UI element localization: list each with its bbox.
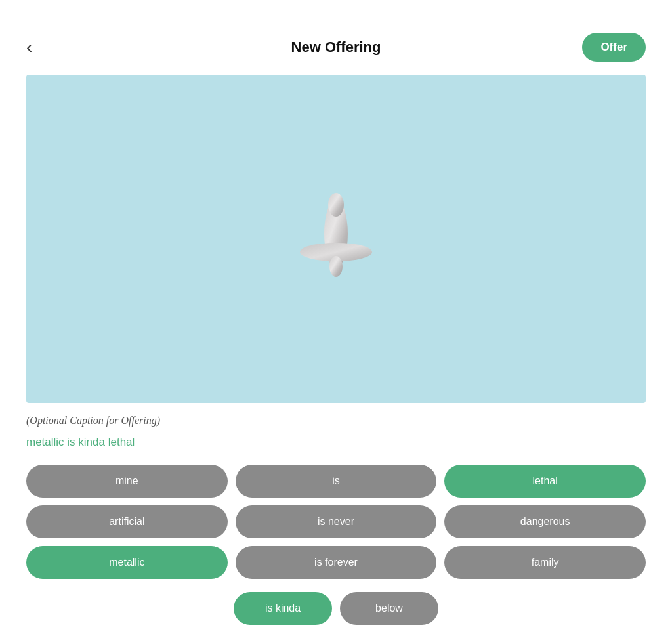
word-chip-dangerous[interactable]: dangerous bbox=[444, 505, 646, 538]
word-chip-family[interactable]: family bbox=[444, 546, 646, 579]
word-grid: mineislethalartificialis neverdangerousm… bbox=[0, 459, 672, 592]
caption-tag: metallic is kinda lethal bbox=[0, 431, 672, 459]
word-chip-mine[interactable]: mine bbox=[26, 465, 228, 498]
word-chip-is-forever[interactable]: is forever bbox=[236, 546, 437, 579]
bottom-chip-below[interactable]: below bbox=[340, 592, 438, 625]
offer-button[interactable]: Offer bbox=[582, 33, 646, 62]
caption-placeholder: (Optional Caption for Offering) bbox=[26, 415, 160, 426]
word-chip-lethal[interactable]: lethal bbox=[444, 465, 646, 498]
word-chip-is-never[interactable]: is never bbox=[236, 505, 437, 538]
svg-point-2 bbox=[328, 193, 344, 217]
page-title: New Offering bbox=[291, 39, 381, 56]
svg-point-3 bbox=[329, 256, 343, 277]
bottom-chip-is-kinda[interactable]: is kinda bbox=[234, 592, 332, 625]
product-image bbox=[284, 186, 388, 291]
word-chip-artificial[interactable]: artificial bbox=[26, 505, 228, 538]
bottom-row: is kindabelow bbox=[0, 592, 672, 631]
phone-container: ‹ New Offering Offer bbox=[0, 0, 672, 636]
back-button[interactable]: ‹ bbox=[26, 35, 39, 60]
header: ‹ New Offering Offer bbox=[0, 0, 672, 75]
word-chip-metallic[interactable]: metallic bbox=[26, 546, 228, 579]
caption-area: (Optional Caption for Offering) bbox=[0, 403, 672, 431]
product-image-area bbox=[26, 75, 646, 403]
word-chip-is[interactable]: is bbox=[236, 465, 437, 498]
